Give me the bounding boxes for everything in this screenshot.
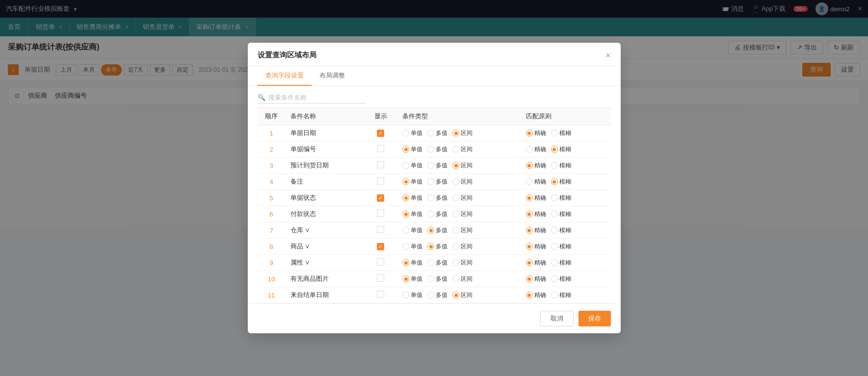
row-order: 6 [258,206,286,222]
match-radio-item[interactable]: 模糊 [551,129,571,137]
row-display-checkbox[interactable] [364,190,398,206]
match-radio-item[interactable]: 精确 [526,161,546,170]
row-display-checkbox[interactable] [364,158,398,174]
checkbox[interactable] [377,161,384,168]
type-radio-item[interactable]: 多值 [427,129,447,137]
row-match-options: 精确模糊 [521,158,611,174]
match-radio-circle [526,194,533,201]
type-radio-item[interactable]: 区间 [452,210,473,218]
match-radio-item[interactable]: 模糊 [551,210,571,218]
match-radio-circle [551,194,558,201]
match-radio-item[interactable]: 模糊 [551,161,571,170]
match-radio-circle [551,130,558,136]
table-row: 5单据状态单值多值区间精确模糊 [258,190,611,206]
row-type-options: 单值多值区间 [397,190,521,206]
match-radio-label: 精确 [534,178,546,186]
match-radio-circle [526,146,533,153]
type-radio-item[interactable]: 多值 [427,194,447,202]
match-radio-item[interactable]: 模糊 [551,194,571,202]
type-radio-item[interactable]: 多值 [427,210,447,218]
table-row: 1单据日期单值多值区间精确模糊 [258,125,611,141]
type-radio-item[interactable]: 多值 [427,178,447,186]
radio-circle [402,211,409,217]
match-radio-circle [551,146,558,153]
type-radio-item[interactable]: 单值 [402,226,422,229]
type-radio-item[interactable]: 单值 [402,178,422,186]
row-field-name: 单据状态 [286,190,364,206]
radio-label: 单值 [411,129,422,137]
checkbox[interactable] [377,226,384,228]
radio-circle [402,146,409,153]
radio-circle [427,194,434,201]
row-type-options: 单值多值区间 [397,125,521,141]
radio-circle [452,194,459,201]
match-radio-item[interactable]: 模糊 [551,226,571,229]
row-display-checkbox[interactable] [364,206,398,222]
match-radio-item[interactable]: 精确 [526,129,546,137]
match-radio-item[interactable]: 精确 [526,194,546,202]
type-radio-item[interactable]: 单值 [402,145,422,154]
radio-circle [427,146,434,153]
tab-field-settings[interactable]: 查询字段设置 [258,66,312,86]
radio-label: 区间 [461,178,473,186]
match-radio-item[interactable]: 精确 [526,145,546,154]
table-row: 4备注单值多值区间精确模糊 [258,174,611,190]
match-radio-item[interactable]: 模糊 [551,178,571,186]
checkbox[interactable] [377,130,384,137]
radio-circle [452,162,459,169]
type-radio-item[interactable]: 区间 [452,194,473,202]
checkbox[interactable] [377,145,384,152]
type-radio-item[interactable]: 多值 [427,226,447,229]
match-radio-label: 精确 [534,210,546,218]
radio-label: 区间 [461,194,473,202]
match-radio-label: 模糊 [559,210,571,218]
row-display-checkbox[interactable] [364,141,398,158]
search-input[interactable] [268,94,357,101]
tab-layout-adjust[interactable]: 布局调整 [312,66,353,86]
dialog-close-btn[interactable]: × [605,51,611,60]
table-header: 顺序 条件名称 显示 条件类型 匹配原则 [258,108,611,125]
type-radio-item[interactable]: 单值 [402,210,422,218]
type-radio-item[interactable]: 单值 [402,129,422,137]
radio-circle [427,130,434,136]
type-radio-item[interactable]: 多值 [427,161,447,170]
row-type-options: 单值多值区间 [397,158,521,174]
radio-label: 单值 [411,210,422,218]
type-radio-item[interactable]: 区间 [452,145,473,154]
match-radio-circle [526,211,533,217]
type-radio-item[interactable]: 区间 [452,129,473,137]
match-radio-item[interactable]: 模糊 [551,145,571,154]
type-radio-item[interactable]: 多值 [427,145,447,154]
table-row: 3预计到货日期单值多值区间精确模糊 [258,158,611,174]
radio-circle [402,130,409,136]
match-radio-item[interactable]: 精确 [526,226,546,229]
match-radio-item[interactable]: 精确 [526,178,546,186]
search-icon: 🔍 [258,94,265,101]
checkbox[interactable] [377,177,384,185]
checkbox[interactable] [377,194,384,202]
settings-dialog: 设置查询区域布局 × 查询字段设置 布局调整 🔍 顺序 [248,43,621,228]
checkbox[interactable] [377,210,384,217]
tab-layout-adjust-label: 布局调整 [319,72,345,79]
radio-circle [402,162,409,169]
radio-label: 单值 [411,226,422,229]
match-radio-item[interactable]: 精确 [526,210,546,218]
row-order: 7 [258,222,286,229]
field-table: 顺序 条件名称 显示 条件类型 匹配原则 1单据日期单值多值区间精确模糊2单据编… [258,107,611,228]
radio-label: 单值 [411,145,422,154]
type-radio-item[interactable]: 区间 [452,161,473,170]
type-radio-item[interactable]: 单值 [402,194,422,202]
field-table-container: 顺序 条件名称 显示 条件类型 匹配原则 1单据日期单值多值区间精确模糊2单据编… [248,107,621,228]
radio-label: 区间 [461,226,473,229]
row-type-options: 单值多值区间 [397,174,521,190]
row-display-checkbox[interactable] [364,174,398,190]
row-display-checkbox[interactable] [364,222,398,229]
radio-circle [402,178,409,185]
row-match-options: 精确模糊 [521,174,611,190]
radio-label: 多值 [436,178,447,186]
type-radio-item[interactable]: 单值 [402,161,422,170]
row-order: 1 [258,125,286,141]
type-radio-item[interactable]: 区间 [452,178,473,186]
row-display-checkbox[interactable] [364,125,398,141]
type-radio-item[interactable]: 区间 [452,226,473,229]
